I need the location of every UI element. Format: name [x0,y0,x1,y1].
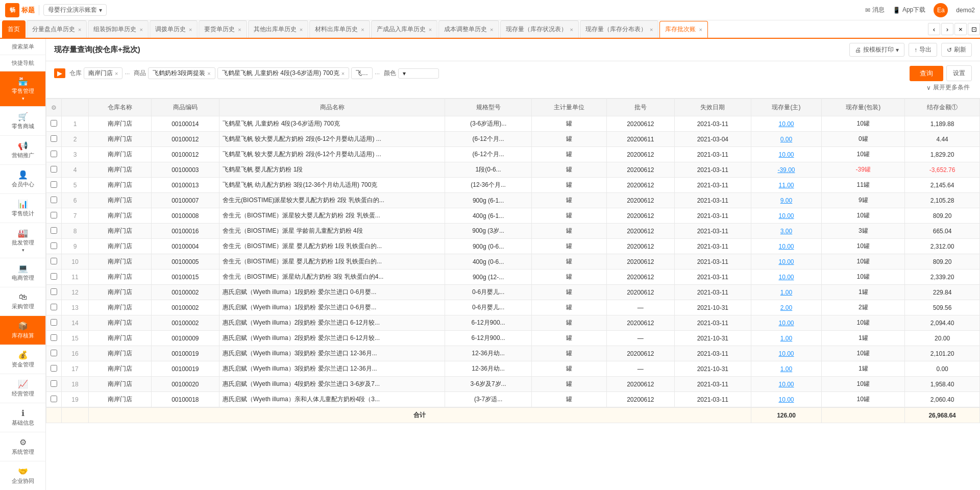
product-more[interactable]: ··· [375,70,380,77]
checkbox-input[interactable] [51,166,57,173]
tab-require-goods[interactable]: 要货单历史 × [199,20,247,38]
row-qty-main[interactable]: 0.00 [751,132,822,147]
sidebar-item-retail[interactable]: 🏪 零售管理 ▾ [0,71,45,107]
row-checkbox[interactable] [46,178,62,193]
sidebar-item-enterprise[interactable]: 🤝 企业协同 [0,461,45,490]
company-select[interactable]: 母婴行业演示账套 ▾ [43,4,107,16]
checkbox-input[interactable] [51,304,57,310]
close-icon[interactable]: × [361,27,364,33]
row-checkbox[interactable] [46,270,62,285]
sidebar-item-marketing[interactable]: 📢 营销推广 [0,136,45,165]
checkbox-input[interactable] [51,319,57,326]
app-download-button[interactable]: 📱 App下载 [893,6,925,14]
refresh-button[interactable]: ↺ 刷新 [941,43,972,57]
checkbox-input[interactable] [51,396,57,402]
checkbox-input[interactable] [51,212,57,218]
row-qty-main[interactable]: 1.00 [751,361,822,377]
checkbox-input[interactable] [51,350,57,356]
checkbox-input[interactable] [51,334,57,341]
row-qty-main[interactable]: 3.00 [751,224,822,239]
checkbox-input[interactable] [51,227,57,234]
sidebar-item-wholesale[interactable]: 🏭 批发管理 ▾ [0,223,45,258]
tab-cost-adjust[interactable]: 成本调整单历史 × [438,20,499,38]
warehouse-more[interactable]: ··· [125,70,130,77]
sidebar-item-purchase[interactable]: 🛍 采购管理 [0,287,45,316]
row-qty-main[interactable]: 1.00 [751,331,822,346]
close-icon[interactable]: × [699,27,702,33]
expand-toggle-button[interactable]: ▶ [54,68,65,78]
color-select[interactable]: ▾ [398,68,439,79]
row-checkbox[interactable] [46,346,62,361]
tab-batch-ledger[interactable]: 库存批次账 × [659,21,707,38]
warehouse-tag[interactable]: 南岸门店 × [84,67,122,79]
row-qty-main[interactable]: 1.00 [751,285,822,300]
row-checkbox[interactable] [46,224,62,239]
tab-home[interactable]: 首页 [2,20,26,38]
product-remove-1-icon[interactable]: × [207,70,210,77]
sidebar-item-inventory[interactable]: 📦 库存核算 [0,316,45,345]
tab-material-out[interactable]: 材料出库单历史 × [309,20,370,38]
row-qty-main[interactable]: 10.00 [751,147,822,162]
row-checkbox[interactable] [46,254,62,270]
row-checkbox[interactable] [46,147,62,162]
row-checkbox[interactable] [46,193,62,208]
checkbox-input[interactable] [51,151,57,157]
row-qty-main[interactable]: -39.00 [751,162,822,178]
row-qty-main[interactable]: 9.00 [751,193,822,208]
checkbox-input[interactable] [51,380,57,387]
sidebar-item-retail-shop[interactable]: 🛒 零售商城 [0,107,45,136]
user-avatar[interactable]: Ea [934,3,948,17]
checkbox-input[interactable] [51,365,57,372]
template-print-button[interactable]: 🖨 按模板打印 ▾ [849,43,904,57]
tab-current-dist[interactable]: 现存量（库存分布表） × [580,20,658,38]
row-checkbox[interactable] [46,239,62,254]
checkbox-input[interactable] [51,242,57,249]
export-button[interactable]: ↑ 导出 [909,43,937,57]
row-checkbox[interactable] [46,377,62,392]
sidebar-item-basic[interactable]: ℹ 基础信息 [0,403,45,432]
checkbox-input[interactable] [51,181,57,188]
close-icon[interactable]: × [238,27,241,33]
close-icon[interactable]: × [300,27,303,33]
tab-product-in[interactable]: 产成品入库单历史 × [371,20,437,38]
checkbox-input[interactable] [51,197,57,203]
sidebar-item-system[interactable]: ⚙ 系统管理 [0,432,45,461]
tab-next-button[interactable]: › [941,23,953,35]
tab-transfer[interactable]: 调拨单历史 × [150,20,198,38]
row-checkbox[interactable] [46,300,62,315]
tab-split-inventory[interactable]: 分量盘点单历史 × [27,20,87,38]
row-checkbox[interactable] [46,331,62,346]
tab-close-button[interactable]: × [954,23,967,35]
product-tag-2[interactable]: 飞鹤星飞帆 儿童奶粉 4段(3-6岁适用) 700克 × [217,67,349,79]
tab-other-out[interactable]: 其他出库单历史 × [248,20,308,38]
row-qty-main[interactable]: 10.00 [751,270,822,285]
row-checkbox[interactable] [46,116,62,132]
row-checkbox[interactable] [46,315,62,331]
close-icon[interactable]: × [570,27,573,33]
close-icon[interactable]: × [429,27,432,33]
tab-current-status[interactable]: 现存量（库存状况表） × [500,20,579,38]
query-button[interactable]: 查询 [910,66,943,81]
close-icon[interactable]: × [189,27,192,33]
checkbox-input[interactable] [51,120,57,127]
expand-conditions-button[interactable]: ∨ 展开更多条件 [926,83,970,92]
checkbox-input[interactable] [51,135,57,142]
row-qty-main[interactable]: 10.00 [751,116,822,132]
message-button[interactable]: ✉ 消息 [865,6,885,14]
sidebar-item-finance[interactable]: 💰 资金管理 [0,345,45,374]
row-qty-main[interactable]: 2.00 [751,300,822,315]
close-icon[interactable]: × [139,27,142,33]
sidebar-item-member[interactable]: 👤 会员中心 [0,165,45,194]
tab-disassemble[interactable]: 组装拆卸单历史 × [88,20,148,38]
product-remove-2-icon[interactable]: × [341,70,345,77]
row-checkbox[interactable] [46,285,62,300]
row-qty-main[interactable]: 10.00 [751,346,822,361]
tab-prev-button[interactable]: ‹ [928,23,940,35]
warehouse-remove-icon[interactable]: × [115,70,118,77]
sidebar-item-ecommerce[interactable]: 💻 电商管理 [0,258,45,287]
row-qty-main[interactable]: 10.00 [751,392,822,408]
row-qty-main[interactable]: 10.00 [751,239,822,254]
row-checkbox[interactable] [46,132,62,147]
close-icon[interactable]: × [78,27,81,33]
row-qty-main[interactable]: 10.00 [751,254,822,270]
